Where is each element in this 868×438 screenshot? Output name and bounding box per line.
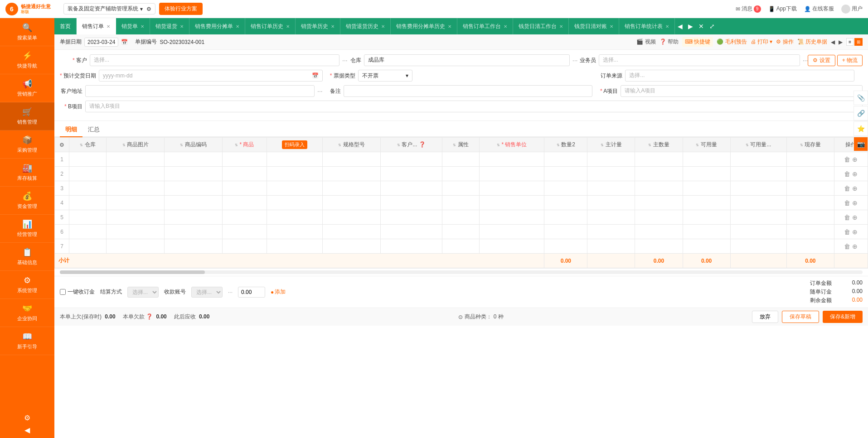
cell-spec-1[interactable] <box>322 152 380 167</box>
cell-attr-3[interactable] <box>442 181 479 196</box>
sidebar-item-system[interactable]: ⚙ 系统管理 <box>0 271 54 299</box>
next-record-btn[interactable]: ▶ <box>839 39 843 45</box>
cell-avail2-2[interactable] <box>730 167 786 181</box>
cell-warehouse-5[interactable] <box>69 210 107 225</box>
cell-image-7[interactable] <box>107 239 165 254</box>
cell-scan-7[interactable] <box>267 239 322 254</box>
right-panel-btn-4[interactable]: 📷 <box>853 137 868 151</box>
cell-product-4[interactable] <box>223 196 267 210</box>
online-service-btn[interactable]: 👤 在线客服 <box>804 5 834 13</box>
cell-scan-5[interactable] <box>267 210 322 225</box>
cell-mainqty-5[interactable] <box>635 210 683 225</box>
cell-current-6[interactable] <box>786 225 834 239</box>
cell-attr-5[interactable] <box>442 210 479 225</box>
cell-mainqty-2[interactable] <box>635 167 683 181</box>
th-available[interactable]: ⇅ 可用量 <box>683 138 730 152</box>
tab-sales-invoice-history-close[interactable]: ✕ <box>331 24 335 29</box>
cell-current-7[interactable] <box>786 239 834 254</box>
cell-mainqty-6[interactable] <box>635 225 683 239</box>
tab-sales-expense-history[interactable]: 销售费用分摊单历史 ✕ <box>391 18 457 34</box>
user-btn[interactable]: 用户 <box>841 5 863 14</box>
delete-row-4-icon[interactable]: 🗑 <box>844 199 850 207</box>
layout-grid-btn[interactable]: ⊞ <box>854 38 863 46</box>
th-attr[interactable]: ⇅ 属性 <box>442 138 479 152</box>
print-btn[interactable]: 🖨 打印 ▾ <box>751 38 773 46</box>
copy-row-2-icon[interactable]: ⊕ <box>852 170 858 178</box>
warehouse-more-btn[interactable]: ··· <box>572 57 578 64</box>
tab-sales-return-close[interactable]: ✕ <box>180 24 184 29</box>
payment-amount-input[interactable] <box>238 287 265 298</box>
cell-image-6[interactable] <box>107 225 165 239</box>
tab-sales-return-history[interactable]: 销货退货历史 ✕ <box>340 18 391 34</box>
project-a-input[interactable]: 请输入A项目 <box>621 85 863 97</box>
cell-image-5[interactable] <box>107 210 165 225</box>
cell-warehouse-6[interactable] <box>69 225 107 239</box>
cell-qty2-6[interactable] <box>544 225 587 239</box>
cell-scan-6[interactable] <box>267 225 322 239</box>
add-payment-btn[interactable]: ● 添加 <box>271 288 286 296</box>
th-image[interactable]: ⇅ 商品图片 <box>107 138 165 152</box>
cell-avail2-3[interactable] <box>730 181 786 196</box>
cell-current-5[interactable] <box>786 210 834 225</box>
cell-qty2-3[interactable] <box>544 181 587 196</box>
right-panel-btn-2[interactable]: 🔗 <box>853 106 868 120</box>
copy-row-1-icon[interactable]: ⊕ <box>852 156 858 163</box>
cell-product-1[interactable] <box>223 152 267 167</box>
cell-attr-6[interactable] <box>442 225 479 239</box>
tab-home[interactable]: 首页 <box>54 18 77 34</box>
help-btn[interactable]: ❓ 帮助 <box>659 38 679 46</box>
tab-sales-workbench-close[interactable]: ✕ <box>504 24 507 29</box>
one-click-checkbox-label[interactable]: 一键收订金 <box>60 288 95 296</box>
system-name-selector[interactable]: 装备及固定资产辅助管理系统 ▾ ⚙ <box>63 3 155 14</box>
warehouse-input[interactable]: 成品库 <box>364 54 570 66</box>
cell-qty2-2[interactable] <box>544 167 587 181</box>
app-download-btn[interactable]: 📱 App下载 <box>768 5 797 13</box>
right-panel-btn-1[interactable]: 📎 <box>853 91 868 105</box>
table-scroll-bar[interactable] <box>54 268 868 276</box>
cell-image-3[interactable] <box>107 181 165 196</box>
profit-btn[interactable]: 🟢 毛利预告 <box>717 38 747 46</box>
th-unit[interactable]: ⇅ * 销售单位 <box>480 138 544 152</box>
scan-btn[interactable]: 扫码录入 <box>282 140 307 149</box>
tab-daily-workbench[interactable]: 钱货日清工作台 ✕ <box>513 18 569 34</box>
save-draft-btn[interactable]: 保存草稿 <box>782 311 819 323</box>
industry-btn[interactable]: 体验行业方案 <box>159 3 203 15</box>
sidebar-item-operations[interactable]: 📊 经营管理 <box>0 215 54 243</box>
cell-avail-6[interactable] <box>683 225 730 239</box>
delivery-date-input[interactable]: yyyy-mm-dd 📅 <box>99 70 323 82</box>
cell-product-5[interactable] <box>223 210 267 225</box>
cell-avail2-5[interactable] <box>730 210 786 225</box>
cell-qty2-4[interactable] <box>544 196 587 210</box>
cell-product-3[interactable] <box>223 181 267 196</box>
cell-mainqty-4[interactable] <box>635 196 683 210</box>
copy-row-3-icon[interactable]: ⊕ <box>852 185 858 192</box>
cell-current-1[interactable] <box>786 152 834 167</box>
tab-summary[interactable]: 汇总 <box>82 123 105 136</box>
cell-custcode-5[interactable] <box>380 210 442 225</box>
tab-sales-return[interactable]: 销货退货 ✕ <box>150 18 189 34</box>
sidebar-item-finance[interactable]: 💰 资金管理 <box>0 187 54 215</box>
prev-record-btn[interactable]: ◀ <box>831 39 835 45</box>
cell-attr-4[interactable] <box>442 196 479 210</box>
cell-spec-2[interactable] <box>322 167 380 181</box>
cell-avail2-6[interactable] <box>730 225 786 239</box>
account-more-btn[interactable]: ··· <box>228 289 233 295</box>
cell-code-4[interactable] <box>165 196 223 210</box>
cell-avail2-7[interactable] <box>730 239 786 254</box>
th-settings[interactable]: ⚙ <box>55 138 69 152</box>
tab-sales-order-history[interactable]: 销售订单历史 ✕ <box>245 18 296 34</box>
sidebar-item-purchase[interactable]: 📦 采购管理 <box>0 130 54 159</box>
sidebar-item-marketing[interactable]: 📢 营销推广 <box>0 74 54 102</box>
copy-row-4-icon[interactable]: ⊕ <box>852 199 858 207</box>
th-available2[interactable]: ⇅ 可用量... <box>730 138 786 152</box>
discard-btn[interactable]: 放弃 <box>752 311 778 323</box>
delete-row-6-icon[interactable]: 🗑 <box>844 228 850 236</box>
cell-warehouse-1[interactable] <box>69 152 107 167</box>
copy-row-6-icon[interactable]: ⊕ <box>852 228 858 236</box>
tab-maximize-btn[interactable]: ⤢ <box>707 18 718 34</box>
cell-custcode-2[interactable] <box>380 167 442 181</box>
tab-sales-invoice-history[interactable]: 销货单历史 ✕ <box>296 18 340 34</box>
sidebar-item-cooperation[interactable]: 🤝 企业协同 <box>0 299 54 327</box>
cell-avail-2[interactable] <box>683 167 730 181</box>
cell-code-5[interactable] <box>165 210 223 225</box>
